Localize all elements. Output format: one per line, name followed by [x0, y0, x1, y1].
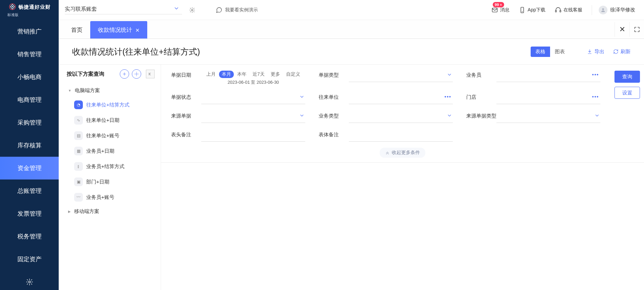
date-preset-more[interactable]: 更多	[268, 71, 283, 78]
chevron-down-icon[interactable]	[447, 113, 452, 119]
scheme-item-0[interactable]: ◔往来单位+结算方式	[68, 97, 155, 113]
chevron-down-icon: ▼	[68, 89, 71, 92]
date-preset-prev-month[interactable]: 上月	[204, 71, 218, 78]
fullscreen-button[interactable]	[629, 22, 644, 37]
more-icon[interactable]: •••	[592, 72, 599, 77]
logo-title: 畅捷通好业财	[18, 4, 51, 10]
app-download-label: App下载	[528, 7, 545, 13]
settings-button[interactable]: 设置	[614, 87, 640, 99]
filter-source-doc-input[interactable]	[201, 112, 305, 123]
app-download-button[interactable]: App下载	[519, 7, 545, 13]
add-scheme-button[interactable]	[120, 69, 129, 79]
sidebar-item-ledger[interactable]: 总账管理	[0, 179, 59, 202]
scheme-panel-title: 按以下方案查询	[67, 71, 117, 78]
account-select[interactable]: 实习联系账套	[65, 5, 182, 14]
tab-receipt-stats[interactable]: 收款情况统计 ×	[90, 21, 147, 39]
refresh-button[interactable]: 刷新	[613, 49, 631, 55]
scheme-item-5[interactable]: ▣部门+日期	[68, 174, 155, 190]
date-preset-7days[interactable]: 近7天	[250, 71, 267, 78]
chevron-right-icon: ▶	[68, 210, 71, 213]
view-toggle-table[interactable]: 表格	[531, 47, 550, 57]
messages-label: 消息	[500, 7, 509, 13]
sidebar-item-sales[interactable]: 销售管理	[0, 43, 59, 66]
filter-doc-type: 单据类型	[319, 71, 453, 82]
clock-icon: ◔	[74, 100, 83, 109]
filter-partner-input[interactable]: •••	[349, 93, 453, 104]
page-header: 收款情况统计(往来单位+结算方式) 表格 图表 导出 刷新	[59, 39, 644, 64]
close-all-tabs-button[interactable]: ✕	[614, 22, 629, 37]
view-toggle-chart[interactable]: 图表	[550, 47, 570, 57]
filter-source-doc-type-input[interactable]	[496, 112, 600, 123]
filter-partner-label: 往来单位	[319, 93, 349, 100]
sidebar-item-marketing[interactable]: 营销推广	[0, 20, 59, 43]
scheme-item-2[interactable]: ▤往来单位+账号	[68, 128, 155, 143]
account-settings-button[interactable]	[189, 7, 196, 13]
collapse-scheme-panel-button[interactable]	[146, 70, 155, 78]
refresh-label: 刷新	[621, 49, 631, 55]
date-preset-custom[interactable]: 自定义	[283, 71, 303, 78]
filter-doc-type-input[interactable]	[349, 71, 453, 82]
query-button[interactable]: 查询	[614, 71, 640, 83]
export-button[interactable]: 导出	[587, 49, 604, 55]
sidebar-item-purchase[interactable]: 采购管理	[0, 111, 59, 134]
filter-salesman-input[interactable]: •••	[496, 71, 600, 82]
view-toggle: 表格 图表	[531, 47, 570, 57]
scheme-group-desktop[interactable]: ▼ 电脑端方案	[68, 84, 155, 97]
sidebar-item-ecommerce-x[interactable]: 小畅电商	[0, 66, 59, 88]
username-label[interactable]: 徐泽华修改	[610, 7, 635, 13]
filter-header-remark-input[interactable]	[201, 130, 305, 142]
filter-header-remark: 表头备注	[171, 130, 305, 142]
filter-biz-type-input[interactable]	[349, 112, 453, 123]
chevron-down-icon[interactable]	[299, 113, 305, 119]
sidebar-item-ecommerce[interactable]: 电商管理	[0, 88, 59, 111]
demo-link[interactable]: 我要看实例演示	[216, 7, 258, 13]
scheme-item-1[interactable]: ∿往来单位+日期	[68, 113, 155, 128]
filter-wrap: 单据日期 上月 本月 本年 近7天 更多 自定义 2023-06-01 至 20…	[161, 64, 644, 290]
sidebar-item-funds[interactable]: 资金管理	[0, 157, 59, 179]
scheme-group-mobile[interactable]: ▶ 移动端方案	[68, 205, 155, 218]
sidebar-item-assets[interactable]: 固定资产	[0, 248, 59, 271]
user-avatar[interactable]	[599, 6, 607, 14]
more-icon[interactable]: •••	[592, 94, 599, 99]
online-service-button[interactable]: 在线客服	[555, 7, 582, 13]
chevron-down-icon[interactable]	[594, 113, 600, 119]
date-preset-this-month[interactable]: 本月	[219, 71, 234, 78]
messages-button[interactable]: 99 + 消息	[491, 7, 509, 13]
collapse-conditions-button[interactable]: 收起更多条件	[380, 148, 425, 158]
sidebar-item-tax[interactable]: 税务管理	[0, 225, 59, 248]
filter-source-doc-type: 来源单据类型	[466, 112, 600, 123]
filter-body-remark-input[interactable]	[349, 130, 453, 142]
date-preset-this-year[interactable]: 本年	[234, 71, 249, 78]
filter-doc-status-input[interactable]	[201, 93, 305, 104]
svg-point-2	[192, 9, 193, 11]
filter-date: 单据日期 上月 本月 本年 近7天 更多 自定义 2023-06-01 至 20…	[171, 71, 305, 85]
sidebar-item-invoice[interactable]: 发票管理	[0, 202, 59, 225]
scheme-item-4[interactable]: ⫿业务员+结算方式	[68, 159, 155, 174]
collapse-conditions-label: 收起更多条件	[392, 150, 420, 156]
svg-point-1	[12, 6, 13, 7]
tab-receipt-stats-label: 收款情况统计	[98, 26, 132, 34]
filter-doc-status-label: 单据状态	[171, 93, 201, 100]
export-icon	[587, 49, 592, 54]
scheme-settings-button[interactable]	[132, 69, 141, 79]
sidebar-item-inventory[interactable]: 库存核算	[0, 134, 59, 157]
topbar: 畅捷通好业财 标准版 实习联系账套 我要看实例演示 99 + 消息 App下载 …	[0, 0, 644, 20]
more-icon[interactable]: •••	[444, 94, 451, 99]
filter-actions: 查询 设置	[610, 65, 644, 142]
scheme-item-3[interactable]: ▦业务员+日期	[68, 143, 155, 159]
filter-store: 门店 •••	[466, 93, 600, 104]
scheme-item-label: 部门+日期	[86, 179, 109, 185]
sidebar-settings-button[interactable]	[0, 274, 59, 290]
logo-area: 畅捷通好业财 标准版	[0, 0, 59, 20]
filter-body-remark: 表体备注	[319, 130, 453, 142]
filter-salesman-label: 业务员	[466, 71, 496, 78]
filter-store-input[interactable]: •••	[496, 93, 600, 104]
chevron-down-icon[interactable]	[447, 72, 452, 78]
chevron-down-icon[interactable]	[299, 94, 305, 100]
tab-home[interactable]: 首页	[63, 21, 90, 39]
filter-body-remark-label: 表体备注	[319, 130, 349, 138]
close-icon[interactable]: ×	[136, 27, 140, 33]
filter-date-control[interactable]: 上月 本月 本年 近7天 更多 自定义 2023-06-01 至 2023-06…	[201, 71, 305, 85]
demo-link-label: 我要看实例演示	[225, 7, 258, 13]
scheme-item-6[interactable]: 〰业务员+账号	[68, 190, 155, 205]
